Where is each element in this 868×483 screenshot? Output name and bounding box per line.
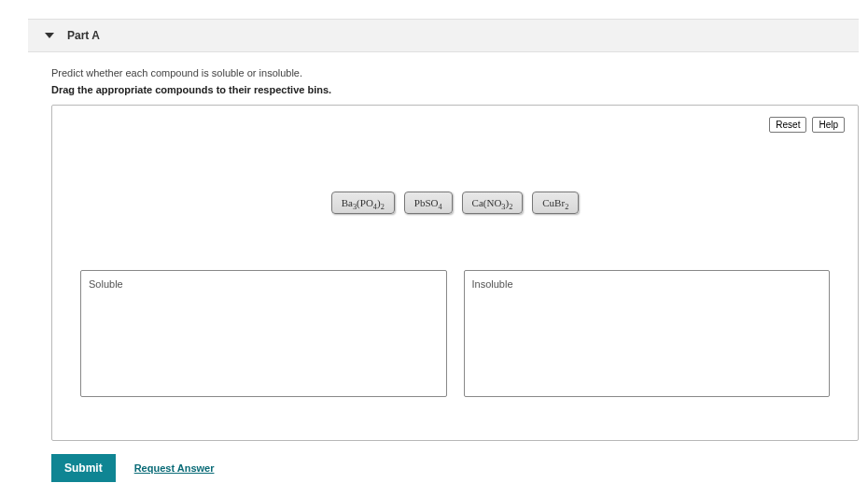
bin-insoluble[interactable]: Insoluble	[464, 270, 831, 397]
compound-ba3po42[interactable]: Ba3(PO4)2	[331, 192, 395, 214]
content-area: Predict whether each compound is soluble…	[51, 67, 859, 482]
bin-soluble[interactable]: Soluble	[80, 270, 447, 397]
bins-row: Soluble Insoluble	[65, 270, 845, 397]
request-answer-link[interactable]: Request Answer	[134, 462, 215, 474]
workspace-toolbar: Reset Help	[769, 117, 845, 133]
chevron-down-icon	[45, 33, 54, 38]
help-button[interactable]: Help	[812, 117, 845, 133]
workspace: Reset Help Ba3(PO4)2 PbSO4 Ca(NO3)2 CuBr…	[51, 105, 859, 441]
instruction-predict: Predict whether each compound is soluble…	[51, 67, 859, 78]
compound-list: Ba3(PO4)2 PbSO4 Ca(NO3)2 CuBr2	[65, 192, 845, 214]
reset-button[interactable]: Reset	[769, 117, 806, 133]
submit-button[interactable]: Submit	[51, 454, 116, 482]
instruction-drag: Drag the appropriate compounds to their …	[51, 84, 859, 95]
bottom-actions: Submit Request Answer	[51, 454, 859, 482]
part-header[interactable]: Part A	[28, 19, 859, 52]
compound-pbso4[interactable]: PbSO4	[404, 192, 453, 214]
part-title: Part A	[67, 29, 100, 42]
compound-cano32[interactable]: Ca(NO3)2	[462, 192, 524, 214]
bin-soluble-label: Soluble	[89, 278, 123, 290]
compound-cubr2[interactable]: CuBr2	[532, 192, 579, 214]
bin-insoluble-label: Insoluble	[472, 278, 513, 290]
